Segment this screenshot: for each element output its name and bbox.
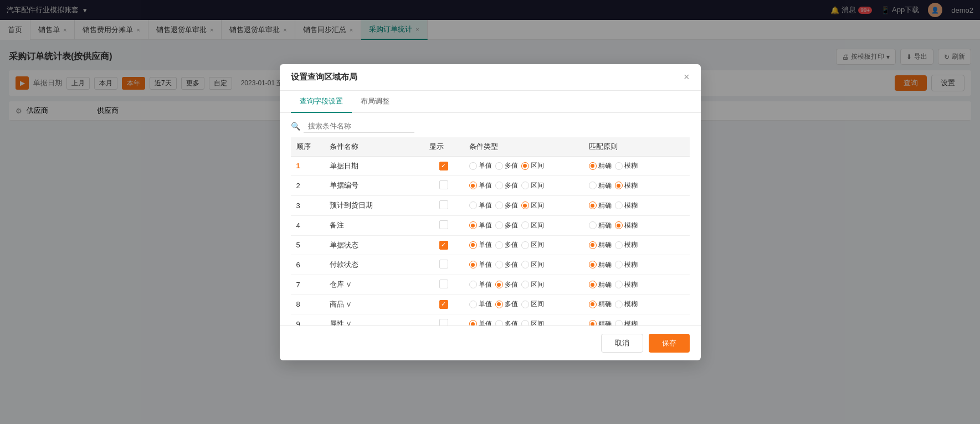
radio-type-区间[interactable]: 区间 bbox=[521, 181, 544, 190]
radio-match-模糊[interactable]: 模糊 bbox=[615, 280, 638, 289]
radio-dot bbox=[589, 162, 597, 170]
row-order: 3 bbox=[291, 195, 324, 215]
radio-match-模糊[interactable]: 模糊 bbox=[615, 240, 638, 250]
row-type-options: 单值多值区间 bbox=[464, 314, 583, 325]
checkbox[interactable] bbox=[439, 319, 448, 325]
radio-type-单值[interactable]: 单值 bbox=[469, 240, 492, 250]
row-show-checkbox[interactable] bbox=[424, 275, 464, 294]
row-show-checkbox[interactable] bbox=[424, 156, 464, 175]
radio-dot bbox=[495, 301, 503, 308]
radio-type-区间[interactable]: 区间 bbox=[521, 299, 544, 309]
dialog-tab-query-fields[interactable]: 查询字段设置 bbox=[291, 91, 352, 113]
row-match-options: 精确模糊 bbox=[583, 235, 690, 255]
search-icon: 🔍 bbox=[291, 122, 300, 131]
radio-match-模糊[interactable]: 模糊 bbox=[615, 299, 638, 309]
radio-match-模糊[interactable]: 模糊 bbox=[615, 181, 638, 190]
dialog-title: 设置查询区域布局 bbox=[291, 72, 357, 82]
radio-type-区间[interactable]: 区间 bbox=[521, 260, 544, 270]
row-show-checkbox[interactable] bbox=[424, 235, 464, 255]
table-row: 6付款状态单值多值区间精确模糊 bbox=[291, 255, 690, 275]
checkbox[interactable] bbox=[439, 200, 448, 209]
row-type-options: 单值多值区间 bbox=[464, 255, 583, 275]
radio-match-模糊[interactable]: 模糊 bbox=[615, 201, 638, 210]
search-input[interactable] bbox=[304, 120, 414, 133]
radio-type-多值[interactable]: 多值 bbox=[495, 201, 518, 210]
radio-type-多值[interactable]: 多值 bbox=[495, 161, 518, 170]
row-match-options: 精确模糊 bbox=[583, 314, 690, 325]
row-order: 8 bbox=[291, 294, 324, 314]
radio-dot bbox=[495, 320, 503, 325]
table-header-row: 顺序 条件名称 显示 条件类型 bbox=[291, 137, 690, 157]
checkbox[interactable] bbox=[439, 300, 448, 309]
radio-dot bbox=[495, 182, 503, 189]
radio-type-多值[interactable]: 多值 bbox=[495, 221, 518, 230]
radio-match-模糊[interactable]: 模糊 bbox=[615, 319, 638, 325]
row-show-checkbox[interactable] bbox=[424, 175, 464, 195]
radio-dot bbox=[469, 241, 477, 249]
radio-match-精确[interactable]: 精确 bbox=[589, 221, 612, 230]
dialog-close-button[interactable]: × bbox=[684, 72, 690, 82]
radio-dot bbox=[521, 201, 529, 209]
radio-type-多值[interactable]: 多值 bbox=[495, 280, 518, 289]
radio-dot bbox=[615, 301, 623, 308]
table-row: 2单据编号单值多值区间精确模糊 bbox=[291, 175, 690, 195]
radio-type-区间[interactable]: 区间 bbox=[521, 221, 544, 230]
conditions-table: 顺序 条件名称 显示 条件类型 bbox=[291, 137, 690, 325]
radio-type-多值[interactable]: 多值 bbox=[495, 181, 518, 190]
radio-match-精确[interactable]: 精确 bbox=[589, 201, 612, 210]
radio-match-精确[interactable]: 精确 bbox=[589, 280, 612, 289]
radio-dot bbox=[521, 221, 529, 229]
save-button[interactable]: 保存 bbox=[649, 334, 690, 353]
radio-match-精确[interactable]: 精确 bbox=[589, 260, 612, 270]
radio-type-多值[interactable]: 多值 bbox=[495, 260, 518, 270]
radio-match-精确[interactable]: 精确 bbox=[589, 299, 612, 309]
row-show-checkbox[interactable] bbox=[424, 314, 464, 325]
checkbox[interactable] bbox=[439, 180, 448, 189]
radio-type-单值[interactable]: 单值 bbox=[469, 161, 492, 170]
row-order: 2 bbox=[291, 175, 324, 195]
checkbox[interactable] bbox=[439, 241, 448, 250]
row-order: 6 bbox=[291, 255, 324, 275]
radio-type-单值[interactable]: 单值 bbox=[469, 221, 492, 230]
radio-dot bbox=[495, 201, 503, 209]
radio-type-单值[interactable]: 单值 bbox=[469, 299, 492, 309]
radio-match-精确[interactable]: 精确 bbox=[589, 240, 612, 250]
row-condition-name: 备注 bbox=[324, 215, 424, 235]
radio-match-模糊[interactable]: 模糊 bbox=[615, 260, 638, 270]
radio-type-多值[interactable]: 多值 bbox=[495, 319, 518, 325]
radio-dot bbox=[469, 261, 477, 268]
radio-type-单值[interactable]: 单值 bbox=[469, 280, 492, 289]
radio-match-精确[interactable]: 精确 bbox=[589, 181, 612, 190]
radio-type-多值[interactable]: 多值 bbox=[495, 299, 518, 309]
radio-type-单值[interactable]: 单值 bbox=[469, 181, 492, 190]
radio-type-区间[interactable]: 区间 bbox=[521, 280, 544, 289]
radio-match-精确[interactable]: 精确 bbox=[589, 161, 612, 170]
radio-dot bbox=[521, 301, 529, 308]
radio-type-区间[interactable]: 区间 bbox=[521, 161, 544, 170]
checkbox[interactable] bbox=[439, 280, 448, 288]
row-show-checkbox[interactable] bbox=[424, 294, 464, 314]
radio-type-单值[interactable]: 单值 bbox=[469, 319, 492, 325]
row-type-options: 单值多值区间 bbox=[464, 235, 583, 255]
row-show-checkbox[interactable] bbox=[424, 195, 464, 215]
radio-type-单值[interactable]: 单值 bbox=[469, 260, 492, 270]
row-show-checkbox[interactable] bbox=[424, 215, 464, 235]
checkbox[interactable] bbox=[439, 220, 448, 229]
checkbox[interactable] bbox=[439, 162, 448, 170]
dialog-tab-layout[interactable]: 布局调整 bbox=[352, 91, 398, 113]
radio-type-区间[interactable]: 区间 bbox=[521, 201, 544, 210]
checkbox[interactable] bbox=[439, 260, 448, 268]
radio-type-区间[interactable]: 区间 bbox=[521, 240, 544, 250]
radio-type-单值[interactable]: 单值 bbox=[469, 201, 492, 210]
radio-match-模糊[interactable]: 模糊 bbox=[615, 221, 638, 230]
radio-type-区间[interactable]: 区间 bbox=[521, 319, 544, 325]
cancel-button[interactable]: 取消 bbox=[601, 334, 643, 353]
radio-dot bbox=[589, 301, 597, 308]
radio-dot bbox=[495, 221, 503, 229]
radio-type-多值[interactable]: 多值 bbox=[495, 240, 518, 250]
radio-match-精确[interactable]: 精确 bbox=[589, 319, 612, 325]
row-show-checkbox[interactable] bbox=[424, 255, 464, 275]
radio-match-模糊[interactable]: 模糊 bbox=[615, 161, 638, 170]
row-match-options: 精确模糊 bbox=[583, 156, 690, 175]
radio-dot bbox=[589, 221, 597, 229]
